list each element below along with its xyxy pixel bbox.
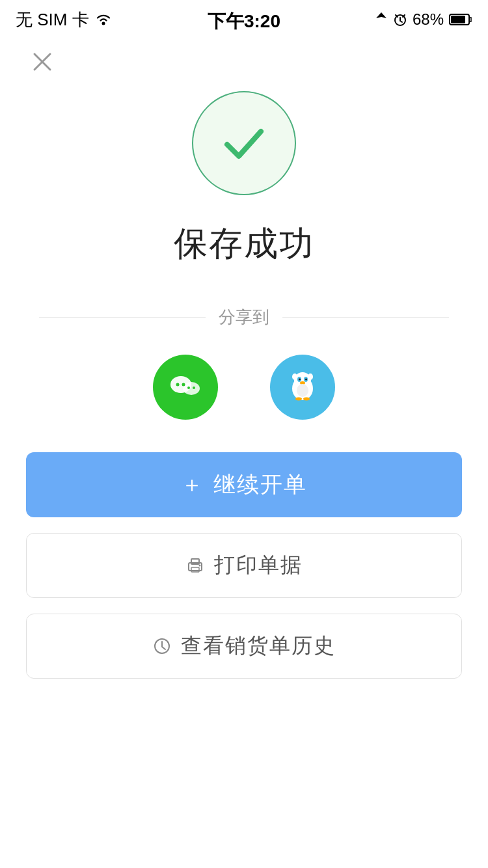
qq-share-button[interactable] xyxy=(270,355,335,420)
wechat-icon xyxy=(166,368,205,407)
share-divider: 分享到 xyxy=(0,306,488,329)
share-label: 分享到 xyxy=(219,306,269,329)
wifi-icon xyxy=(94,13,113,26)
divider-right xyxy=(282,317,449,318)
main-content: 保存成功 分享到 xyxy=(0,39,488,679)
divider-left xyxy=(39,317,206,318)
print-label: 打印单据 xyxy=(214,551,303,580)
status-right: 68% xyxy=(375,10,472,29)
svg-point-18 xyxy=(299,379,301,381)
qq-icon xyxy=(283,368,322,407)
status-time: 下午3:20 xyxy=(208,9,280,34)
share-section: 分享到 xyxy=(0,306,488,420)
action-buttons: ＋ 继续开单 打印单据 查看销货单历史 xyxy=(0,452,488,679)
svg-rect-5 xyxy=(451,16,465,23)
sim-text: 无 SIM 卡 xyxy=(16,8,89,31)
checkmark-icon xyxy=(218,117,270,169)
svg-point-0 xyxy=(102,22,105,25)
success-title: 保存成功 xyxy=(174,221,314,267)
close-button[interactable] xyxy=(26,46,59,78)
alarm-icon xyxy=(393,12,407,27)
svg-point-29 xyxy=(199,565,201,567)
svg-point-19 xyxy=(305,379,307,381)
svg-point-22 xyxy=(295,398,302,401)
svg-line-3 xyxy=(400,21,402,22)
plus-icon: ＋ xyxy=(181,470,204,500)
status-bar: 无 SIM 卡 下午3:20 68% xyxy=(0,0,488,39)
svg-point-25 xyxy=(308,373,313,380)
close-icon xyxy=(31,50,54,74)
history-label: 查看销货单历史 xyxy=(181,632,336,660)
svg-point-13 xyxy=(193,387,195,389)
print-button[interactable]: 打印单据 xyxy=(26,533,462,598)
svg-point-23 xyxy=(303,398,310,401)
status-left: 无 SIM 卡 xyxy=(16,8,113,31)
svg-point-21 xyxy=(297,384,308,397)
continue-label: 继续开单 xyxy=(213,470,307,500)
svg-point-10 xyxy=(176,383,180,387)
history-button[interactable]: 查看销货单历史 xyxy=(26,614,462,679)
history-icon xyxy=(152,636,172,656)
svg-point-12 xyxy=(187,387,190,389)
svg-point-9 xyxy=(183,382,200,395)
svg-point-24 xyxy=(292,373,297,380)
print-icon xyxy=(185,556,205,575)
continue-button[interactable]: ＋ 继续开单 xyxy=(26,452,462,517)
wechat-share-button[interactable] xyxy=(153,355,218,420)
battery-percent: 68% xyxy=(413,10,444,29)
battery-icon xyxy=(449,13,472,26)
success-circle xyxy=(192,91,296,195)
share-icons xyxy=(153,355,335,420)
svg-point-11 xyxy=(182,383,185,387)
location-icon xyxy=(375,12,388,27)
